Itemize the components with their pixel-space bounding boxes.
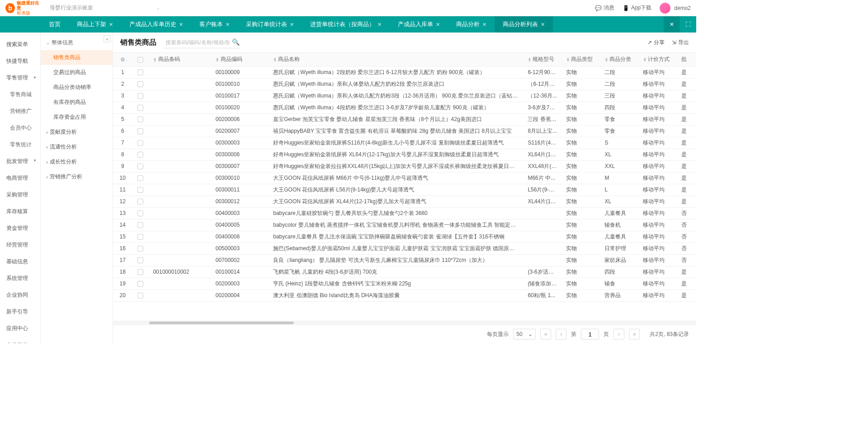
last-page-button[interactable]: » (629, 329, 640, 340)
sidenav-item-6[interactable]: 库存核算 (0, 203, 40, 220)
scrollbar-thumb[interactable] (149, 322, 294, 324)
row-checkbox[interactable] (137, 93, 143, 99)
close-icon[interactable]: ✕ (179, 22, 183, 28)
row-checkbox[interactable] (137, 257, 143, 263)
sidenav-item-13[interactable]: 应用中心 (0, 320, 40, 337)
table-row[interactable]: 800300006好奇Huggies皇家铂金装纸尿裤 XL64片(12-17kg… (113, 149, 696, 160)
table-row[interactable]: 1200300012大王GOON 花信风纸尿裤 XL44片(12-17kg)婴儿… (113, 196, 696, 207)
table-row[interactable]: 1600500003施巴(Sebamed)婴儿护面霜50ml 儿童婴儿宝宝护面霜… (113, 242, 696, 254)
row-checkbox[interactable] (137, 199, 143, 205)
sidenav-item-12[interactable]: 新手引导 (0, 303, 40, 320)
close-icon[interactable]: ✕ (226, 22, 230, 28)
panel-item-3[interactable]: 有库存的商品 (41, 95, 113, 110)
tab-7[interactable]: 商品分析✕ (448, 16, 495, 33)
tab-0[interactable]: 首页 (41, 16, 69, 33)
table-row[interactable]: 1800100001000200100014飞鹤星飞帆 儿童奶粉 4段(3-6岁… (113, 266, 696, 278)
sidenav-item-7[interactable]: 资金管理 (0, 220, 40, 237)
table-row[interactable]: 300100017惠氏启赋（Wyeth illuma）亲和人体幼儿配方奶粉3段（… (113, 90, 696, 102)
tab-5[interactable]: 进货单统计表（按商品）✕ (302, 16, 390, 33)
account-select[interactable]: 母婴行业演示账套 ⌄ (42, 4, 595, 12)
table-row[interactable]: 900300007好奇Huggies皇家铂金装拉拉裤XXL48片(15kg以上)… (113, 160, 696, 172)
col-type[interactable]: ▲▼商品类型 (561, 53, 600, 66)
table-row[interactable]: 2000200004澳大利亚 佰澳朗德 Bio Island比奥岛 DHA海藻油… (113, 289, 696, 301)
table-row[interactable]: 1500400008babycare儿童餐具 婴儿注水保温碗 宝宝防摔碗吸盘碗辅… (113, 231, 696, 242)
panel-expand-0[interactable]: 贡献度分析 (41, 125, 113, 140)
row-checkbox[interactable] (137, 128, 143, 134)
table-row[interactable]: 400100020惠氏启赋（Wyeth illuma）4段奶粉 爱尔兰进口 3-… (113, 102, 696, 113)
close-icon[interactable]: ✕ (541, 22, 545, 28)
row-checkbox[interactable] (137, 152, 143, 158)
app-download-button[interactable]: 📱 App下载 (623, 4, 651, 12)
sidenav-item-14[interactable]: 企业微信 (0, 337, 40, 343)
col-cat[interactable]: ▲▼商品分类 (600, 53, 638, 66)
tab-3[interactable]: 客户账本✕ (191, 16, 238, 33)
collapse-panel-icon[interactable]: « (104, 35, 111, 42)
panel-item-1[interactable]: 交易过的商品 (41, 65, 113, 80)
row-checkbox[interactable] (137, 163, 143, 169)
row-checkbox[interactable] (137, 105, 143, 111)
row-checkbox[interactable] (137, 70, 143, 75)
panel-item-0[interactable]: 销售类商品 (41, 50, 113, 65)
table-row[interactable]: 1700700002良良（liangliang） 婴儿隔尿垫 可洗大号新生儿麻棉… (113, 254, 696, 266)
table-row[interactable]: 200100010惠氏启赋（Wyeth illuma）亲和人体婴幼儿配方奶粉2段… (113, 78, 696, 90)
sidenav-item-9[interactable]: 基础信息 (0, 253, 40, 270)
col-spec[interactable]: ▲▼规格型号 (523, 53, 561, 66)
select-all-column[interactable] (132, 53, 149, 66)
sidenav-item-3[interactable]: 批发管理▼ (0, 153, 40, 170)
row-checkbox[interactable] (137, 246, 143, 252)
sidenav-subitem-2-1[interactable]: 营销推广 (0, 103, 40, 120)
sidenav-subitem-2-0[interactable]: 零售商城 (0, 86, 40, 103)
tab-2[interactable]: 产成品入库单历史✕ (121, 16, 191, 33)
panel-expand-1[interactable]: 流通性分析 (41, 140, 113, 154)
table-row[interactable]: 1300400003babycare儿童硅胶软碗勺 婴儿餐具软头勺婴儿辅食勺2个… (113, 207, 696, 219)
sidenav-item-4[interactable]: 电商管理 (0, 170, 40, 187)
sidenav-subitem-2-2[interactable]: 会员中心 (0, 120, 40, 136)
row-checkbox[interactable] (137, 175, 143, 181)
export-button[interactable]: ⇲ 导出 (672, 39, 689, 47)
table-row[interactable]: 600200007禧贝HappyBABY 宝宝零食 富含益生菌 有机溶豆 草莓酸… (113, 125, 696, 137)
sidenav-item-2[interactable]: 零售管理▲ (0, 70, 40, 86)
prev-page-button[interactable]: ‹ (556, 329, 566, 340)
table-row[interactable]: 1400400005babycolor 婴儿辅食机 蒸煮搅拌一体机 宝宝辅食机婴… (113, 219, 696, 231)
row-checkbox[interactable] (137, 222, 143, 228)
table-row[interactable]: 1000300010大王GOON 花信风纸尿裤 M66片 中号(6-11kg)婴… (113, 172, 696, 184)
row-checkbox[interactable] (137, 269, 143, 275)
close-icon[interactable]: ✕ (377, 22, 382, 28)
page-input[interactable] (581, 329, 599, 340)
tab-4[interactable]: 采购订单统计表✕ (238, 16, 302, 33)
panel-expand-2[interactable]: 成长性分析 (41, 154, 113, 169)
user-menu[interactable]: demo2 (660, 3, 691, 14)
col-price[interactable]: ▲▼计价方式 (638, 53, 677, 66)
close-icon[interactable]: ✕ (109, 22, 113, 28)
next-page-button[interactable]: › (613, 329, 624, 340)
panel-group-title[interactable]: 整体信息 (41, 37, 113, 50)
col-barcode[interactable]: ▲▼商品条码 (149, 53, 211, 66)
tab-1[interactable]: 商品上下架✕ (69, 16, 121, 33)
row-checkbox[interactable] (137, 81, 143, 87)
close-icon[interactable]: ✕ (436, 22, 440, 28)
sidenav-item-0[interactable]: 搜索菜单 (0, 36, 40, 53)
row-checkbox[interactable] (137, 140, 143, 146)
first-page-button[interactable]: « (540, 329, 551, 340)
per-page-select[interactable]: 50 ⌄ (513, 329, 536, 340)
row-checkbox[interactable] (137, 281, 143, 287)
close-icon[interactable]: ✕ (482, 22, 486, 28)
sidenav-item-11[interactable]: 企业协同 (0, 287, 40, 303)
fullscreen-toggle[interactable]: ⛶ (680, 16, 696, 33)
table-row[interactable]: 700300003好奇Huggies皇家铂金装纸尿裤S116片(4-8kg)新生… (113, 137, 696, 149)
sidenav-item-8[interactable]: 经营管理 (0, 237, 40, 253)
panel-item-2[interactable]: 商品分类动销率 (41, 80, 113, 95)
settings-column[interactable]: ⚙ (113, 53, 132, 66)
col-code[interactable]: ▲▼商品编码 (211, 53, 269, 66)
messages-button[interactable]: 💬 消息 (595, 4, 614, 12)
col-name[interactable]: ▲▼商品名称 (269, 53, 523, 66)
search-icon[interactable]: 🔍 (232, 38, 240, 46)
panel-expand-3[interactable]: 营销推广分析 (41, 169, 113, 184)
select-all-checkbox[interactable] (137, 57, 143, 63)
table-row[interactable]: 1900200003亨氏 (Heinz) 1段婴幼儿辅食 含铁锌钙 宝宝米粉米糊… (113, 278, 696, 289)
row-checkbox[interactable] (137, 117, 143, 122)
sidenav-item-10[interactable]: 系统管理 (0, 270, 40, 287)
table-row[interactable]: 1100300011大王GOON 花信风纸尿裤 L56片(9-14kg)婴儿大号… (113, 184, 696, 196)
row-checkbox[interactable] (137, 234, 143, 240)
close-all-tabs[interactable]: ✕ (664, 16, 680, 33)
